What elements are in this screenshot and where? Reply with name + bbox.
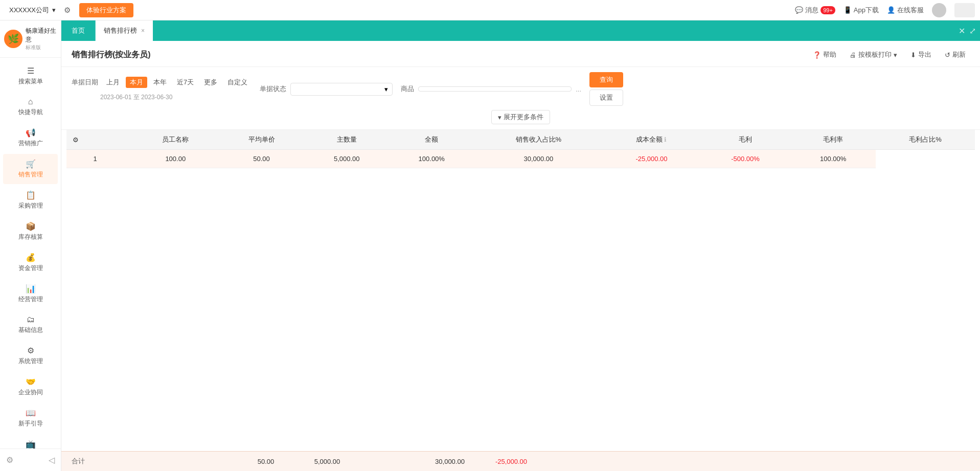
sidebar-item-system[interactable]: ⚙ 系统管理 bbox=[3, 341, 58, 371]
help-button[interactable]: ❓ 帮助 bbox=[809, 48, 840, 61]
date-tab-更多[interactable]: 更多 bbox=[200, 77, 221, 88]
sidebar-collapse-button[interactable]: ◁ bbox=[47, 453, 57, 467]
inventory-label: 库存核算 bbox=[18, 233, 43, 241]
column-profitRate: 毛利率 bbox=[790, 130, 876, 150]
logo-text: 畅康通好生意 bbox=[26, 27, 57, 44]
tab-maximize-icon[interactable]: ⤢ bbox=[969, 26, 976, 36]
date-range-display: 2023-06-01 至 2023-06-30 bbox=[100, 93, 172, 102]
finance-label: 资金管理 bbox=[18, 264, 43, 273]
cell-profit: -25,000.00 bbox=[603, 150, 700, 168]
date-filter-top: 单据日期 上月本月本年近7天更多自定义 bbox=[72, 77, 252, 88]
sidebar-item-quick-nav[interactable]: ⌂ 快捷导航 bbox=[3, 92, 58, 122]
company-selector[interactable]: XXXXXX公司 ▾ bbox=[5, 4, 60, 17]
top-bar: XXXXXX公司 ▾ ⚙ 体验行业方案 💬 消息 99+ 📱 App下载 👤 在… bbox=[0, 0, 980, 20]
expand-label: 展开更多条件 bbox=[504, 113, 543, 122]
date-tab-自定义[interactable]: 自定义 bbox=[223, 77, 252, 88]
tab-sales-ranking[interactable]: 销售排行榜 × bbox=[96, 20, 153, 41]
finance-icon: 💰 bbox=[26, 253, 36, 262]
sidebar-item-marketing[interactable]: 📢 营销推广 bbox=[3, 123, 58, 153]
column-avgPrice: 平均单价 bbox=[218, 130, 304, 150]
settings-gear-button[interactable]: ⚙ bbox=[60, 3, 74, 17]
enterprise-label: 企业协同 bbox=[18, 388, 43, 397]
message-badge: 99+ bbox=[821, 6, 835, 14]
query-button[interactable]: 查询 bbox=[589, 72, 623, 87]
logo-sub: 标准版 bbox=[26, 44, 57, 51]
date-tab-本月[interactable]: 本月 bbox=[126, 77, 147, 88]
column-gear-icon[interactable]: ⚙ bbox=[73, 136, 79, 144]
system-icon: ⚙ bbox=[27, 346, 34, 355]
goods-input[interactable] bbox=[418, 86, 572, 92]
export-label: 导出 bbox=[918, 50, 931, 59]
table-row: 1100.0050.005,000.00100.00%30,000.00-25,… bbox=[66, 150, 975, 168]
basic-info-icon: 🗂 bbox=[27, 315, 35, 324]
online-service-button[interactable]: 👤 在线客服 bbox=[887, 6, 924, 15]
status-chevron-icon: ▾ bbox=[384, 85, 388, 93]
tab-home[interactable]: 首页 bbox=[61, 20, 96, 41]
footer-cost-amount: 30,000.00 bbox=[419, 458, 481, 465]
sidebar-item-guide[interactable]: 📖 新手引导 bbox=[3, 403, 58, 433]
online-service-label: 在线客服 bbox=[897, 6, 924, 15]
refresh-label: 刷新 bbox=[952, 50, 966, 59]
app-download-button[interactable]: 📱 App下载 bbox=[844, 6, 879, 15]
date-label: 单据日期 bbox=[72, 78, 98, 87]
sidebar-menu: ☰ 搜索菜单 ⌂ 快捷导航 📢 营销推广 🛒 销售管理 📋 采购管理 📦 库存核… bbox=[0, 58, 61, 448]
sidebar-item-inventory[interactable]: 📦 库存核算 bbox=[3, 216, 58, 246]
sidebar-settings-button[interactable]: ⚙ bbox=[4, 453, 15, 467]
sidebar-item-operations[interactable]: 📊 经营管理 bbox=[3, 279, 58, 309]
cell-profitRate: -500.00% bbox=[700, 150, 790, 168]
message-button[interactable]: 💬 消息 99+ bbox=[795, 6, 835, 15]
cost-info-icon[interactable]: ℹ bbox=[664, 136, 667, 143]
sidebar-item-enterprise[interactable]: 🤝 企业协同 bbox=[3, 372, 58, 402]
search-order-icon: ☰ bbox=[27, 66, 34, 76]
sidebar-item-app-center[interactable]: 📺 应用中心 bbox=[3, 434, 58, 448]
status-filter-group: 单据状态 ▾ bbox=[260, 83, 393, 96]
print-label: 按模板打印 bbox=[858, 50, 892, 59]
filter-setting-button[interactable]: 设置 bbox=[589, 89, 623, 106]
sidebar-item-search-order[interactable]: ☰ 搜索菜单 bbox=[3, 61, 58, 91]
goods-more-button[interactable]: ... bbox=[576, 85, 581, 93]
date-tab-近7天[interactable]: 近7天 bbox=[173, 77, 198, 88]
sidebar-item-finance[interactable]: 💰 资金管理 bbox=[3, 248, 58, 278]
sales-label: 销售管理 bbox=[18, 170, 43, 179]
tab-label: 销售排行榜 bbox=[104, 26, 137, 35]
trial-button[interactable]: 体验行业方案 bbox=[79, 3, 133, 17]
system-label: 系统管理 bbox=[18, 357, 43, 366]
action-buttons: 查询 设置 bbox=[589, 72, 623, 106]
export-button[interactable]: ⬇ 导出 bbox=[906, 48, 936, 61]
column-name: 员工名称 bbox=[132, 130, 218, 150]
sidebar-item-sales[interactable]: 🛒 销售管理 bbox=[3, 154, 58, 184]
sidebar-item-basic-info[interactable]: 🗂 基础信息 bbox=[3, 310, 58, 340]
refresh-button[interactable]: ↺ 刷新 bbox=[941, 48, 970, 61]
print-button[interactable]: 🖨 按模板打印 ▾ bbox=[846, 48, 901, 61]
quick-nav-label: 快捷导航 bbox=[18, 108, 43, 117]
tab-close-button[interactable]: × bbox=[141, 27, 145, 34]
row-gear[interactable] bbox=[66, 150, 85, 168]
date-tab-上月[interactable]: 上月 bbox=[102, 77, 124, 88]
help-label: 帮助 bbox=[823, 50, 836, 59]
user-name-display bbox=[954, 3, 975, 17]
guide-icon: 📖 bbox=[26, 408, 36, 418]
footer-values: 50.00 5,000.00 30,000.00 -25,000.00 bbox=[235, 458, 970, 465]
sidebar-item-purchase[interactable]: 📋 采购管理 bbox=[3, 185, 58, 215]
print-icon: 🖨 bbox=[850, 51, 856, 59]
purchase-label: 采购管理 bbox=[18, 201, 43, 210]
expand-conditions-button[interactable]: ▾ 展开更多条件 bbox=[491, 110, 550, 124]
footer-qty: 50.00 bbox=[235, 458, 297, 465]
cell-saleRatio: 100.00% bbox=[389, 150, 474, 168]
status-select[interactable]: ▾ bbox=[290, 83, 393, 96]
app-download-label: App下载 bbox=[854, 6, 879, 15]
column-settings[interactable]: ⚙ bbox=[66, 130, 85, 150]
column-amount: 全额 bbox=[389, 130, 474, 150]
footer-amount: 5,000.00 bbox=[297, 458, 358, 465]
sidebar-bottom: ⚙ ◁ bbox=[0, 448, 61, 471]
cell-amount: 5,000.00 bbox=[305, 150, 389, 168]
avatar[interactable] bbox=[932, 3, 946, 17]
export-icon: ⬇ bbox=[910, 51, 916, 59]
column-costAmount: 成本全额ℹ bbox=[603, 130, 700, 150]
page-title: 销售排行榜(按业务员) bbox=[72, 50, 151, 60]
expand-row: ▾ 展开更多条件 bbox=[72, 110, 970, 124]
date-tab-本年[interactable]: 本年 bbox=[149, 77, 171, 88]
data-table: ⚙员工名称平均单价主数量全额销售收入占比%成本全额ℹ毛利毛利率毛利占比% 110… bbox=[66, 130, 975, 168]
tab-close-window-icon[interactable]: ✕ bbox=[959, 26, 965, 36]
cell-qty: 50.00 bbox=[218, 150, 304, 168]
